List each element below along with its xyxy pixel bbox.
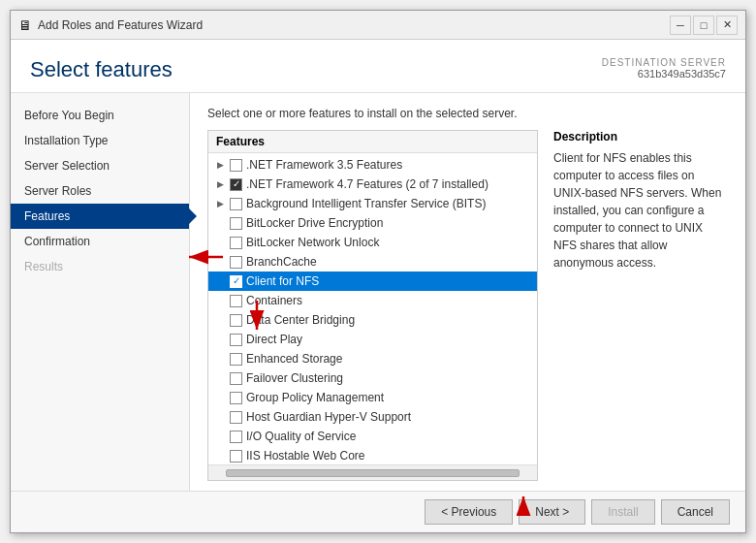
expand-icon: ▶ [214,159,226,171]
feature-checkbox[interactable] [230,256,242,269]
feature-checkbox[interactable] [230,159,242,172]
description-header: Description [553,130,728,144]
page-layout: Select features DESTINATION SERVER 631b3… [11,40,745,532]
feature-checkbox[interactable] [230,178,242,191]
feature-label: Host Guardian Hyper-V Support [246,410,411,424]
feature-checkbox[interactable] [230,314,242,327]
feature-checkbox[interactable] [230,411,242,424]
horizontal-scrollbar[interactable] [208,464,537,480]
feature-label: Background Intelligent Transfer Service … [246,197,486,210]
list-item[interactable]: ▶ Host Guardian Hyper-V Support [208,407,537,427]
main-header: Select features DESTINATION SERVER 631b3… [11,40,745,93]
list-item[interactable]: ▶ BranchCache [208,252,537,272]
feature-label: BranchCache [246,255,317,269]
cancel-button[interactable]: Cancel [661,499,730,525]
window-icon: 🖥 [18,17,32,33]
previous-button[interactable]: < Previous [425,499,513,525]
list-item[interactable]: ▶ .NET Framework 4.7 Features (2 of 7 in… [208,175,537,194]
features-panel: Features ▶ .NET Framework 3.5 Features [207,130,538,481]
feature-label: IIS Hostable Web Core [246,449,365,463]
list-item[interactable]: ▶ Failover Clustering [208,368,537,388]
feature-label: BitLocker Drive Encryption [246,216,383,230]
install-button[interactable]: Install [591,499,654,525]
main-window: 🖥 Add Roles and Features Wizard ─ □ ✕ Se… [10,10,746,533]
list-item[interactable]: ▶ BitLocker Network Unlock [208,233,537,252]
list-item[interactable]: ▶ IIS Hostable Web Core [208,446,537,464]
list-item[interactable]: ▶ Background Intelligent Transfer Servic… [208,194,537,213]
list-item[interactable]: ▶ I/O Quality of Service [208,427,537,446]
list-item[interactable]: ▶ Direct Play [208,330,537,349]
sidebar-item-installation-type[interactable]: Installation Type [11,128,189,153]
feature-checkbox[interactable] [230,392,242,404]
title-bar-controls: ─ □ ✕ [670,16,738,35]
sidebar-item-results: Results [11,254,189,279]
expand-icon: ▶ [214,198,226,209]
feature-label: I/O Quality of Service [246,430,356,443]
description-text: Client for NFS enables this computer to … [553,149,728,272]
feature-label: Group Policy Management [246,391,384,404]
feature-checkbox[interactable] [230,198,242,210]
body-area: Before You Begin Installation Type Serve… [11,93,745,491]
feature-checkbox[interactable] [230,431,242,443]
sidebar: Before You Begin Installation Type Serve… [11,93,190,491]
feature-checkbox[interactable] [230,353,242,366]
destination-value: 631b349a53d35c7 [602,68,726,80]
feature-label: Enhanced Storage [246,352,342,366]
feature-label: .NET Framework 3.5 Features [246,158,402,172]
feature-checkbox[interactable] [230,275,242,288]
sidebar-item-server-selection[interactable]: Server Selection [11,153,189,178]
feature-label: Containers [246,294,302,307]
feature-checkbox[interactable] [230,295,242,307]
minimize-button[interactable]: ─ [670,16,691,35]
list-item[interactable]: ▶ BitLocker Drive Encryption [208,213,537,233]
feature-checkbox[interactable] [230,334,242,346]
list-item[interactable]: ▶ .NET Framework 3.5 Features [208,155,537,175]
list-item[interactable]: ▶ Group Policy Management [208,388,537,407]
panel-body: Features ▶ .NET Framework 3.5 Features [207,130,728,481]
next-button[interactable]: Next > [519,499,585,525]
list-item-client-nfs[interactable]: ▶ Client for NFS [208,272,537,291]
features-list-header: Features [208,131,537,153]
description-panel: Description Client for NFS enables this … [553,130,728,481]
footer: < Previous Next > Install Cancel [11,491,745,532]
window-title: Add Roles and Features Wizard [38,18,203,32]
feature-label: Data Center Bridging [246,313,355,327]
page-title: Select features [30,57,173,82]
feature-checkbox[interactable] [230,217,242,230]
feature-label: Client for NFS [246,274,319,288]
panel-description: Select one or more features to install o… [207,107,728,120]
feature-checkbox[interactable] [230,372,242,385]
sidebar-item-server-roles[interactable]: Server Roles [11,178,189,204]
title-bar-left: 🖥 Add Roles and Features Wizard [18,17,203,33]
close-button[interactable]: ✕ [716,16,738,35]
sidebar-item-before-you-begin[interactable]: Before You Begin [11,103,189,128]
feature-label: .NET Framework 4.7 Features (2 of 7 inst… [246,177,488,191]
main-panel: Select one or more features to install o… [190,93,745,491]
sidebar-item-features[interactable]: Features [11,204,189,229]
feature-checkbox[interactable] [230,237,242,249]
maximize-button[interactable]: □ [693,16,714,35]
destination-label: DESTINATION SERVER [602,57,726,68]
sidebar-item-confirmation[interactable]: Confirmation [11,229,189,254]
list-item[interactable]: ▶ Data Center Bridging [208,310,537,330]
feature-label: BitLocker Network Unlock [246,236,379,249]
expand-icon: ▶ [214,178,226,190]
feature-label: Failover Clustering [246,371,343,385]
destination-server: DESTINATION SERVER 631b349a53d35c7 [602,57,726,80]
list-item[interactable]: ▶ Containers [208,291,537,310]
list-item[interactable]: ▶ Enhanced Storage [208,349,537,368]
feature-label: Direct Play [246,333,302,346]
features-list[interactable]: ▶ .NET Framework 3.5 Features ▶ .NET Fra… [208,153,537,464]
feature-checkbox[interactable] [230,450,242,463]
title-bar: 🖥 Add Roles and Features Wizard ─ □ ✕ [11,11,745,40]
